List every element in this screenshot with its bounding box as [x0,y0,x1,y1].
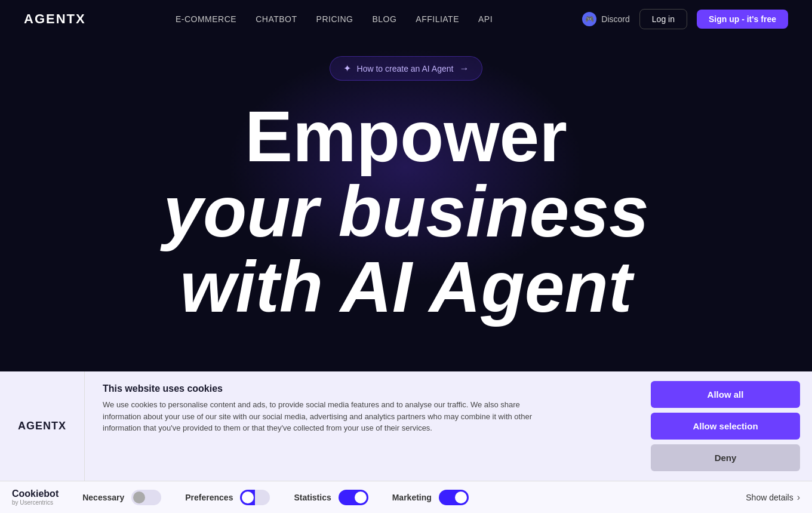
show-details-button[interactable]: Show details › [746,492,800,503]
hero-section: ✦ How to create an AI Agent → Empower yo… [0,38,812,324]
arrow-icon: → [459,63,469,74]
cookie-brand-logo: AGENTX [18,420,66,432]
chevron-right-icon: › [797,492,800,503]
login-button[interactable]: Log in [639,9,687,29]
cookiebot-name: Cookiebot [12,489,59,499]
consent-items: NecessaryPreferencesStatisticsMarketing [82,490,722,505]
sparkle-icon: ✦ [343,63,351,74]
cookie-description: We use cookies to personalise content an… [103,399,550,434]
cookie-main: AGENTX This website uses cookies We use … [0,371,812,481]
navbar: AGENTX E-COMMERCECHATBOTPRICINGBLOGAFFIL… [0,0,812,38]
cookiebot-logo: Cookiebot by Usercentrics [12,489,59,506]
nav-link-affiliate[interactable]: AFFILIATE [416,14,459,24]
cookie-banner: AGENTX This website uses cookies We use … [0,371,812,513]
hero-title: Empower your business with AI Agent [163,99,649,324]
hero-line3: with AI Agent [163,249,649,324]
signup-button[interactable]: Sign up - it's free [697,10,788,29]
nav-links: E-COMMERCECHATBOTPRICINGBLOGAFFILIATEAPI [176,14,493,24]
consent-item-statistics: Statistics [294,490,368,505]
nav-link-ecommerce[interactable]: E-COMMERCE [176,14,236,24]
allow-selection-button[interactable]: Allow selection [651,413,800,440]
discord-icon: 🎮 [582,12,596,26]
nav-link-api[interactable]: API [478,14,493,24]
deny-button[interactable]: Deny [651,444,800,471]
nav-link-pricing[interactable]: PRICING [316,14,353,24]
cookie-text-area: This website uses cookies We use cookies… [85,371,639,481]
cookie-title: This website uses cookies [103,383,621,394]
discord-label: Discord [601,14,629,24]
hero-pill-button[interactable]: ✦ How to create an AI Agent → [330,56,483,81]
consent-item-preferences: Preferences [185,490,270,505]
discord-button[interactable]: 🎮 Discord [582,12,629,26]
toggle-preferences[interactable] [240,490,270,505]
allow-all-button[interactable]: Allow all [651,381,800,408]
consent-label-marketing: Marketing [392,493,432,502]
cookiebot-sub: by Usercentrics [12,499,53,506]
consent-label-preferences: Preferences [185,493,233,502]
cookie-bottom-bar: Cookiebot by Usercentrics NecessaryPrefe… [0,481,812,513]
show-details-label: Show details [746,493,793,502]
hero-line1: Empower [163,99,649,174]
toggle-marketing[interactable] [439,490,469,505]
toggle-statistics[interactable] [339,490,368,505]
nav-link-blog[interactable]: BLOG [372,14,396,24]
cookie-buttons: Allow all Allow selection Deny [639,371,812,481]
cookie-logo-area: AGENTX [0,371,85,481]
consent-item-marketing: Marketing [392,490,469,505]
consent-item-necessary: Necessary [82,490,161,505]
consent-label-necessary: Necessary [82,493,124,502]
hero-line2: your business [163,174,649,249]
toggle-necessary[interactable] [131,490,161,505]
consent-label-statistics: Statistics [294,493,331,502]
nav-right: 🎮 Discord Log in Sign up - it's free [582,9,788,29]
pill-label: How to create an AI Agent [357,64,454,73]
nav-link-chatbot[interactable]: CHATBOT [256,14,297,24]
logo: AGENTX [24,11,86,27]
